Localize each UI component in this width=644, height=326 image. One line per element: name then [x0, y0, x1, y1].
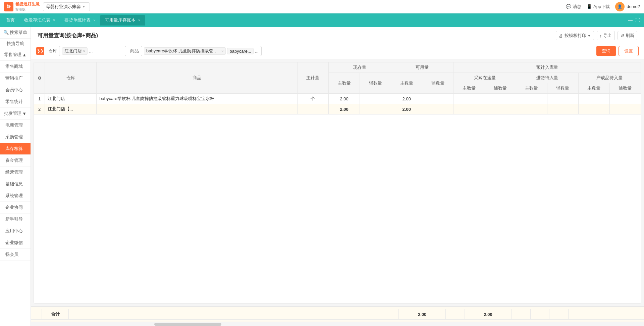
warehouse-tag-text: 江北门店 [64, 48, 82, 54]
sidebar-item-retail-stats[interactable]: 零售统计 [0, 96, 31, 108]
row2-current-main: 2.00 [329, 104, 360, 114]
sidebar-item-wholesale-mgmt[interactable]: 批发管理 ▼ [0, 108, 31, 120]
app-download-label: App下载 [593, 4, 610, 10]
user-area[interactable]: 👤 demo2 [615, 2, 640, 11]
sidebar-item-new-guide[interactable]: 新手引导 [0, 214, 31, 225]
scroll-thumb[interactable] [154, 323, 221, 326]
new-guide-label: 新手引导 [5, 217, 23, 222]
main-layout: 🔍 搜索菜单 快捷导航 零售管理 ▲ 零售商城 营销推广 会员中心 零售统计 批… [0, 27, 644, 326]
quick-nav[interactable]: 快捷导航 [0, 39, 31, 49]
username-label: demo2 [627, 4, 640, 9]
tab-available-inventory[interactable]: 可用量库存账本 × [100, 15, 145, 26]
th-current-stock-group: 现存量 [329, 62, 391, 73]
table-footer: 合计 2.00 2.00 [31, 306, 644, 322]
settings-btn[interactable]: 设置 [619, 46, 639, 56]
sidebar-item-finance-mgmt[interactable]: 资金管理 [0, 155, 31, 167]
th-products-aux: 辅数量 [609, 83, 641, 94]
row1-available-main: 2.00 [391, 94, 422, 104]
member-vip-label: 畅会员 [5, 252, 18, 257]
row1-incoming-main [516, 94, 547, 104]
logo-text: 畅捷通好生意 [15, 1, 40, 7]
th-incoming-aux: 辅数量 [547, 83, 578, 94]
footer-current-main: 2.00 [399, 309, 446, 320]
refresh-btn[interactable]: ↺ 刷新 [618, 31, 637, 40]
print-btn[interactable]: 🖨 按模板打印 ▼ [556, 31, 594, 40]
th-available-aux: 辅数量 [422, 73, 453, 94]
th-purchase-transit-group: 采购在途量 [453, 73, 516, 83]
top-bar-left: 好 畅捷通好生意 标准版 母婴行业演示账套 ▼ [4, 1, 90, 12]
member-center-label: 会员中心 [5, 87, 23, 92]
print-dropdown-icon: ▼ [588, 34, 591, 38]
footer-label: 合计 [42, 309, 69, 320]
industry-selector[interactable]: 母婴行业演示账套 ▼ [43, 2, 90, 11]
message-btn[interactable]: 💬 消息 [566, 4, 581, 10]
export-btn[interactable]: ↑ 导出 [597, 31, 615, 40]
sidebar-item-basic-info[interactable]: 基础信息 [0, 178, 31, 190]
th-current-aux: 辅数量 [360, 73, 391, 94]
th-purchase-aux: 辅数量 [485, 83, 516, 94]
product-tag-2: babycare... [227, 48, 253, 54]
search-icon: 🔍 [3, 30, 9, 35]
export-label: 导出 [603, 33, 612, 39]
row2-product [97, 104, 298, 114]
retail-mall-label: 零售商城 [5, 64, 23, 69]
refresh-label: 刷新 [626, 33, 634, 39]
chevron-up-icon: ▲ [22, 52, 26, 57]
th-products-main: 主数量 [578, 83, 609, 94]
tab-home[interactable]: 首页 [1, 15, 19, 26]
filter-toggle-btn[interactable]: ❯❯ [36, 47, 44, 55]
maximize-icon[interactable]: ⛶ [635, 17, 640, 23]
app-download-btn[interactable]: 📱 App下载 [587, 4, 610, 10]
warehouse-more-icon[interactable]: ... [89, 49, 93, 54]
row2-unit [297, 104, 328, 114]
close-receipt-summary-icon[interactable]: × [53, 18, 55, 22]
th-settings[interactable]: ⚙ [34, 62, 45, 94]
row1-purchase-main [453, 94, 485, 104]
download-icon: 📱 [587, 4, 592, 9]
sidebar-item-member-vip[interactable]: 畅会员 [0, 249, 31, 261]
sidebar-item-member-center[interactable]: 会员中心 [0, 84, 31, 96]
product-tag-2-text: babycare... [229, 49, 251, 54]
receipt-summary-label: 收发存汇总表 [24, 17, 50, 23]
print-icon: 🖨 [559, 33, 563, 38]
product-tag-1: babycare学饮杯 儿童防摔防撞吸管杯重力球吸嘴杯宝宝水杯 × [144, 47, 226, 55]
sidebar: 🔍 搜索菜单 快捷导航 零售管理 ▲ 零售商城 营销推广 会员中心 零售统计 批… [0, 27, 31, 326]
sidebar-item-ecommerce-mgmt[interactable]: 电商管理 [0, 120, 31, 131]
row1-products-aux [609, 94, 641, 104]
product-tag-1-close-icon[interactable]: × [221, 49, 223, 53]
sidebar-search[interactable]: 🔍 搜索菜单 [0, 27, 31, 39]
row2-warehouse: 江北门店【... [45, 104, 97, 114]
tab-receipt-summary[interactable]: 收发存汇总表 × [19, 15, 60, 26]
sidebar-item-enterprise-wechat[interactable]: 企业微信 [0, 237, 31, 249]
tab-order-stats[interactable]: 要货单统计表 × [60, 15, 100, 26]
sidebar-item-system-mgmt[interactable]: 系统管理 [0, 190, 31, 202]
sidebar-item-marketing[interactable]: 营销推广 [0, 73, 31, 84]
sidebar-item-purchase-mgmt[interactable]: 采购管理 [0, 131, 31, 143]
product-input[interactable]: babycare学饮杯 儿童防摔防撞吸管杯重力球吸嘴杯宝宝水杯 × babyca… [141, 46, 262, 56]
home-tab-label: 首页 [6, 17, 15, 23]
sidebar-item-inventory-check[interactable]: 库存核算 [0, 143, 31, 155]
warehouse-input[interactable]: 江北门店 × ... [59, 46, 126, 56]
sidebar-item-retail-mall[interactable]: 零售商城 [0, 61, 31, 73]
horizontal-scrollbar[interactable] [31, 322, 644, 326]
th-planned-in-group: 预计入库量 [453, 62, 641, 73]
query-btn[interactable]: 查询 [596, 46, 616, 56]
warehouse-tag: 江北门店 × [62, 47, 88, 55]
warehouse-tag-close-icon[interactable]: × [83, 49, 85, 53]
row2-available-aux [422, 104, 453, 114]
sidebar-item-app-center[interactable]: 应用中心 [0, 225, 31, 237]
product-more-icon[interactable]: ... [255, 49, 259, 54]
th-product: 商品 [97, 62, 298, 94]
row2-products-main [578, 104, 609, 114]
quick-nav-label: 快捷导航 [7, 41, 24, 46]
window-controls: — ⛶ [625, 17, 643, 23]
minimize-icon[interactable]: — [628, 17, 633, 23]
page-header: 可用量查询(按仓库+商品) 🖨 按模板打印 ▼ ↑ 导出 ↺ 刷新 [31, 27, 644, 43]
product-tag-1-text: babycare学饮杯 儿童防摔防撞吸管杯重力球吸嘴杯宝宝水杯 [146, 48, 220, 54]
sidebar-item-operations-mgmt[interactable]: 经营管理 [0, 167, 31, 178]
close-available-inventory-icon[interactable]: × [138, 18, 140, 22]
table-row: 1 江北门店 babycare学饮杯 儿童防摔防撞吸管杯重力球吸嘴杯宝宝水杯 个… [34, 94, 641, 104]
sidebar-item-retail-mgmt[interactable]: 零售管理 ▲ [0, 49, 31, 61]
sidebar-item-enterprise-collab[interactable]: 企业协同 [0, 202, 31, 214]
close-order-stats-icon[interactable]: × [93, 18, 95, 22]
